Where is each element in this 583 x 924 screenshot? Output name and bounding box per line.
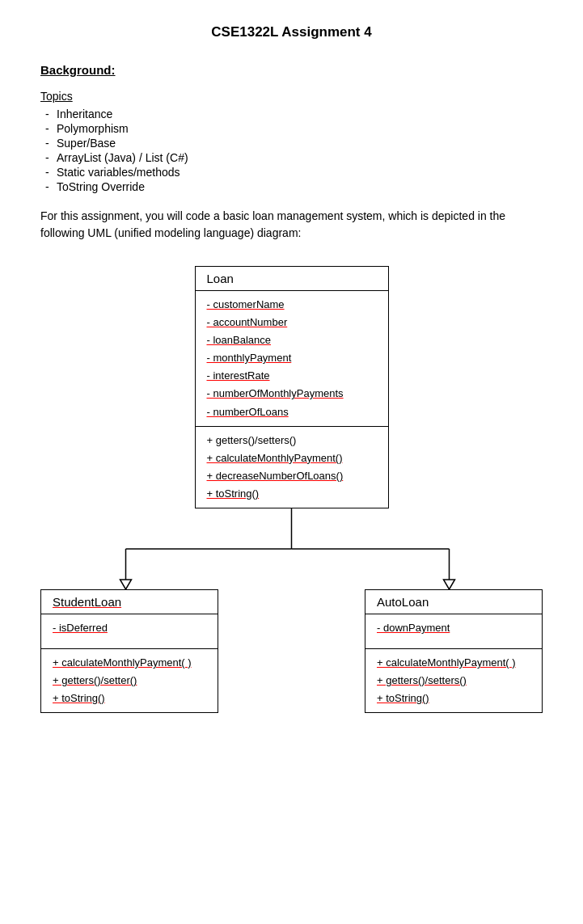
student-loan-class-fields: - isDeferred [41, 614, 218, 649]
student-loan-method-2: + toString() [53, 690, 206, 707]
list-item: Polymorphism [40, 122, 543, 135]
list-item: Super/Base [40, 137, 543, 150]
student-loan-field-0: - isDeferred [53, 619, 206, 637]
svg-marker-5 [120, 580, 132, 589]
loan-field-5: - numberOfMonthlyPayments [207, 385, 377, 403]
auto-loan-method-0: + calculateMonthlyPayment( ) [377, 654, 530, 672]
topics-label: Topics [40, 90, 543, 103]
auto-loan-field-0: - downPayment [377, 619, 530, 637]
auto-loan-class-methods: + calculateMonthlyPayment( ) + getters()… [365, 649, 542, 712]
uml-children-row: StudentLoan - isDeferred + calculateMont… [40, 589, 543, 713]
uml-arrows [40, 508, 543, 589]
student-loan-method-1: + getters()/setter() [53, 672, 206, 690]
svg-marker-6 [444, 580, 455, 589]
list-item: Inheritance [40, 108, 543, 120]
loan-field-6: - numberOfLoans [207, 403, 377, 421]
description-text: For this assignment, you will code a bas… [40, 208, 543, 242]
auto-loan-class-fields: - downPayment [365, 614, 542, 649]
page-title: CSE1322L Assignment 4 [40, 24, 543, 40]
topics-list: Inheritance Polymorphism Super/Base Arra… [40, 108, 543, 193]
auto-loan-class-box: AutoLoan - downPayment + calculateMonthl… [365, 589, 543, 713]
list-item: ArrayList (Java) / List (C#) [40, 151, 543, 164]
loan-method-0: + getters()/setters() [207, 432, 377, 449]
student-loan-class-name: StudentLoan [41, 590, 218, 614]
loan-field-4: - interestRate [207, 367, 377, 385]
loan-method-2: + decreaseNumberOfLoans() [207, 467, 377, 485]
loan-field-0: - customerName [207, 296, 377, 314]
loan-class-methods: + getters()/setters() + calculateMonthly… [196, 427, 388, 508]
list-item: ToString Override [40, 180, 543, 193]
student-loan-class-methods: + calculateMonthlyPayment( ) + getters()… [41, 649, 218, 712]
loan-class-box: Loan - customerName - accountNumber - lo… [195, 266, 389, 508]
auto-loan-class-name: AutoLoan [365, 590, 542, 614]
loan-class-fields: - customerName - accountNumber - loanBal… [196, 291, 388, 427]
loan-field-3: - monthlyPayment [207, 349, 377, 367]
uml-diagram: Loan - customerName - accountNumber - lo… [40, 266, 543, 713]
student-loan-class-box: StudentLoan - isDeferred + calculateMont… [40, 589, 218, 713]
loan-class-name: Loan [196, 267, 388, 291]
list-item: Static variables/methods [40, 166, 543, 179]
loan-method-1: + calculateMonthlyPayment() [207, 449, 377, 467]
loan-field-2: - loanBalance [207, 331, 377, 349]
loan-field-1: - accountNumber [207, 314, 377, 331]
background-heading: Background: [40, 63, 543, 77]
auto-loan-method-1: + getters()/setters() [377, 672, 530, 690]
loan-method-3: + toString() [207, 485, 377, 503]
student-loan-method-0: + calculateMonthlyPayment( ) [53, 654, 206, 672]
auto-loan-method-2: + toString() [377, 690, 530, 707]
